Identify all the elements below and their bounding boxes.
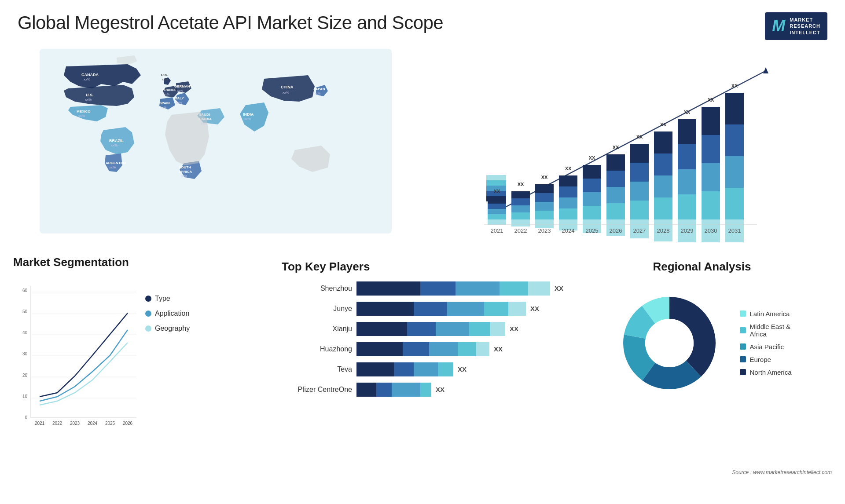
svg-rect-45 bbox=[488, 204, 506, 209]
svg-text:2026: 2026 bbox=[123, 421, 133, 426]
svg-text:50: 50 bbox=[22, 309, 28, 314]
svg-rect-63 bbox=[559, 186, 577, 197]
player-teva: Teva XX bbox=[282, 362, 563, 376]
source-text: Source : www.marketresearchintellect.com bbox=[732, 469, 832, 475]
svg-rect-56 bbox=[535, 202, 554, 211]
svg-text:MEXICO: MEXICO bbox=[77, 110, 91, 113]
svg-rect-69 bbox=[583, 179, 601, 192]
svg-text:xx%: xx% bbox=[78, 114, 85, 118]
player-name-huazhong: Huazhong bbox=[282, 345, 352, 353]
svg-rect-100 bbox=[702, 107, 720, 135]
player-xx-pfizer: XX bbox=[436, 386, 445, 393]
player-name-pfizer: Pfizer CentreOne bbox=[282, 386, 352, 394]
player-xianju: Xianju XX bbox=[282, 322, 563, 336]
key-players-title: Top Key Players bbox=[282, 260, 563, 274]
svg-rect-98 bbox=[702, 163, 720, 191]
svg-text:40: 40 bbox=[22, 330, 28, 335]
svg-text:2023: 2023 bbox=[538, 227, 551, 234]
player-bar-shenzhou: XX bbox=[356, 281, 563, 296]
player-name-teva: Teva bbox=[282, 365, 352, 373]
svg-rect-75 bbox=[606, 171, 625, 187]
bottom-row: Market Segmentation 0 10 20 30 40 50 60 bbox=[0, 251, 845, 484]
svg-text:JAPAN: JAPAN bbox=[313, 87, 325, 91]
key-players-section: Top Key Players Shenzhou XX Junye bbox=[277, 251, 568, 484]
logo-text: MARKET RESEARCH INTELLECT bbox=[790, 17, 820, 36]
bar-chart-section: XX XX XX XX bbox=[422, 44, 836, 251]
svg-rect-61 bbox=[559, 208, 577, 219]
svg-marker-34 bbox=[763, 67, 768, 73]
header: Global Megestrol Acetate API Market Size… bbox=[0, 0, 845, 44]
bar-shenzhou bbox=[356, 281, 550, 296]
svg-text:GERMANY: GERMANY bbox=[174, 84, 193, 88]
svg-text:xx%: xx% bbox=[181, 175, 187, 178]
player-xx-huazhong: XX bbox=[494, 345, 503, 353]
svg-text:2024: 2024 bbox=[88, 421, 98, 426]
svg-rect-74 bbox=[606, 187, 625, 203]
svg-text:2023: 2023 bbox=[70, 421, 80, 426]
map-section: CANADA xx% U.S. xx% MEXICO xx% BRAZIL xx… bbox=[9, 44, 422, 251]
svg-rect-70 bbox=[583, 165, 601, 179]
legend-application: Application bbox=[145, 310, 190, 318]
svg-line-33 bbox=[489, 71, 766, 216]
europe-color bbox=[740, 356, 746, 362]
seg-chart-area: 0 10 20 30 40 50 60 bbox=[13, 277, 273, 444]
player-bar-teva: XX bbox=[356, 362, 563, 376]
apac-color bbox=[740, 343, 746, 350]
bar-xianju bbox=[356, 322, 505, 336]
bar-junye bbox=[356, 302, 526, 316]
page-title: Global Megestrol Acetate API Market Size… bbox=[18, 12, 443, 33]
svg-rect-99 bbox=[702, 135, 720, 163]
svg-rect-54 bbox=[535, 219, 554, 228]
player-shenzhou: Shenzhou XX bbox=[282, 281, 563, 296]
svg-text:xx%: xx% bbox=[84, 77, 90, 81]
segmentation-title: Market Segmentation bbox=[13, 256, 273, 269]
mea-label: Middle East &Africa bbox=[749, 323, 790, 338]
svg-text:2022: 2022 bbox=[52, 421, 62, 426]
svg-text:INDIA: INDIA bbox=[243, 112, 254, 117]
svg-text:0: 0 bbox=[25, 415, 27, 420]
legend-na: North America bbox=[740, 369, 791, 376]
svg-text:CANADA: CANADA bbox=[81, 73, 99, 77]
svg-text:XX: XX bbox=[613, 145, 619, 150]
svg-rect-57 bbox=[535, 193, 554, 202]
svg-rect-49 bbox=[511, 212, 530, 219]
svg-rect-48 bbox=[511, 219, 530, 226]
player-bar-xianju: XX bbox=[356, 322, 563, 336]
svg-text:60: 60 bbox=[22, 288, 28, 293]
svg-text:20: 20 bbox=[22, 373, 28, 378]
world-map-svg: CANADA xx% U.S. xx% MEXICO xx% BRAZIL xx… bbox=[13, 49, 418, 234]
svg-text:xx%: xx% bbox=[162, 78, 168, 81]
svg-text:2028: 2028 bbox=[657, 227, 670, 234]
svg-rect-62 bbox=[559, 197, 577, 208]
player-name-shenzhou: Shenzhou bbox=[282, 285, 352, 292]
svg-rect-58 bbox=[535, 184, 554, 193]
seg-legend: Type Application Geography bbox=[145, 277, 190, 340]
svg-rect-94 bbox=[678, 119, 696, 144]
svg-rect-82 bbox=[630, 144, 649, 163]
bar-pfizer bbox=[356, 383, 431, 397]
latin-label: Latin America bbox=[749, 310, 790, 318]
svg-text:30: 30 bbox=[22, 351, 28, 356]
logo-letter: M bbox=[772, 17, 785, 35]
svg-text:SOUTH: SOUTH bbox=[179, 165, 191, 169]
player-pfizer: Pfizer CentreOne XX bbox=[282, 383, 563, 397]
player-xx-xianju: XX bbox=[510, 325, 518, 332]
svg-text:xx%: xx% bbox=[111, 143, 118, 147]
legend-geography: Geography bbox=[145, 325, 190, 332]
svg-text:2029: 2029 bbox=[681, 227, 694, 234]
svg-rect-43 bbox=[488, 214, 506, 219]
na-color bbox=[740, 369, 746, 375]
svg-rect-73 bbox=[606, 203, 625, 219]
svg-rect-46 bbox=[488, 198, 506, 204]
svg-text:xx%: xx% bbox=[315, 92, 320, 95]
svg-text:FRANCE: FRANCE bbox=[162, 88, 177, 92]
svg-text:XX: XX bbox=[589, 155, 595, 161]
svg-text:XX: XX bbox=[494, 189, 500, 194]
player-bar-huazhong: XX bbox=[356, 342, 563, 356]
legend-europe: Europe bbox=[740, 356, 791, 363]
geography-dot bbox=[145, 325, 151, 332]
svg-rect-104 bbox=[725, 156, 744, 188]
svg-rect-103 bbox=[725, 188, 744, 219]
svg-text:xx%: xx% bbox=[85, 98, 92, 102]
svg-rect-80 bbox=[630, 182, 649, 201]
